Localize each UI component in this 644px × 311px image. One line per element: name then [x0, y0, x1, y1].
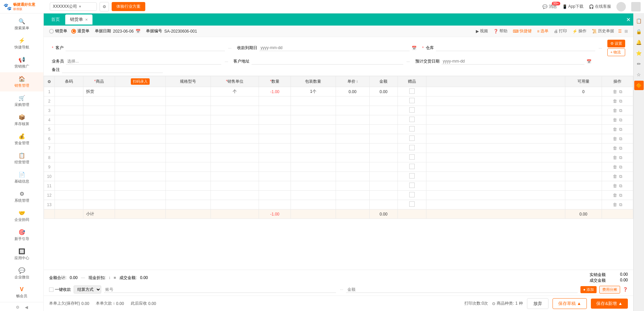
- row-amount-1[interactable]: 0.00: [369, 87, 398, 96]
- copy-icon-12[interactable]: ⧉: [619, 193, 622, 198]
- add-button[interactable]: ● 添加: [580, 286, 597, 293]
- help-btn[interactable]: ❓ 帮助: [492, 28, 509, 35]
- copy-icon-11[interactable]: ⧉: [619, 183, 622, 189]
- delete-icon-6[interactable]: 🗑: [613, 136, 617, 142]
- sidebar-collapse-icon[interactable]: ◀: [25, 305, 28, 310]
- delete-icon-13[interactable]: 🗑: [613, 202, 617, 207]
- logistics-button[interactable]: + 物流: [607, 48, 625, 56]
- sidebar-item-purchase[interactable]: 🛒 采购管理: [0, 91, 43, 111]
- gift-checkbox-10[interactable]: [409, 173, 415, 179]
- settings-icon[interactable]: ⚙: [100, 2, 109, 11]
- customer-input[interactable]: [66, 45, 225, 51]
- history-btn[interactable]: 📜 历史单据: [591, 28, 615, 35]
- right-panel-fav-icon[interactable]: ☆: [634, 70, 644, 79]
- delete-icon-1[interactable]: 🗑: [613, 89, 617, 94]
- salesperson-dots[interactable]: ···: [225, 59, 228, 64]
- payment-method-select[interactable]: 结算方式: [74, 285, 101, 294]
- tab-sales-order[interactable]: 销货单 ✕: [65, 14, 92, 25]
- copy-icon-1[interactable]: ⧉: [619, 89, 622, 94]
- right-panel-star-icon[interactable]: ⭐: [634, 48, 644, 58]
- account-input[interactable]: [104, 286, 336, 293]
- delete-icon-8[interactable]: 🗑: [613, 155, 617, 160]
- settings-button[interactable]: ⚙ 设置: [607, 40, 625, 47]
- row-quantity-1[interactable]: -1.00: [259, 87, 291, 96]
- warehouse-dots[interactable]: ···: [599, 46, 602, 50]
- company-selector[interactable]: XXXXXX公司 ▼: [50, 2, 97, 11]
- notification-area[interactable]: 💬 消息 99+: [542, 4, 557, 9]
- one-click-pay-checkbox[interactable]: [49, 287, 53, 292]
- copy-icon-13[interactable]: ⧉: [619, 202, 622, 207]
- choose-btn[interactable]: ≡ 选单: [536, 28, 550, 35]
- sidebar-item-quicknav[interactable]: ⚡ 快捷导航: [0, 34, 43, 53]
- radio-sale-order[interactable]: 销货单: [49, 28, 67, 34]
- expected-delivery-input[interactable]: [442, 58, 584, 65]
- right-panel-active-icon[interactable]: 🔶: [634, 81, 644, 90]
- scan-button[interactable]: 扫码录入: [131, 78, 150, 85]
- user-menu[interactable]: [631, 2, 641, 11]
- copy-icon-5[interactable]: ⧉: [619, 127, 622, 132]
- sidebar-item-system[interactable]: ⚙ 系统管理: [0, 187, 43, 206]
- sidebar-item-inventory[interactable]: 📦 库存核算: [0, 111, 43, 130]
- delete-icon-2[interactable]: 🗑: [613, 99, 617, 104]
- online-service[interactable]: 🎧 在线客服: [589, 4, 611, 9]
- address-dots[interactable]: ···: [407, 59, 410, 64]
- right-panel-notes-icon[interactable]: 📋: [634, 16, 644, 26]
- app-download[interactable]: 📱 App下载: [562, 4, 583, 9]
- avatar[interactable]: [616, 2, 626, 11]
- operation-btn[interactable]: ⚡ 操作: [571, 28, 588, 35]
- delete-icon-5[interactable]: 🗑: [613, 127, 617, 132]
- sidebar-item-marketing[interactable]: 📢 营销推广: [0, 53, 43, 72]
- notes-input[interactable]: [62, 67, 163, 73]
- gift-checkbox-1[interactable]: [409, 88, 415, 94]
- expense-info-icon[interactable]: ❓: [623, 287, 628, 292]
- copy-icon-3[interactable]: ⧉: [619, 108, 622, 113]
- customer-dots[interactable]: ···: [228, 46, 232, 50]
- row-spec-1[interactable]: [165, 87, 211, 96]
- gift-checkbox-4[interactable]: [409, 117, 415, 122]
- sidebar-item-finance[interactable]: 💰 资金管理: [0, 130, 43, 149]
- tab-home[interactable]: 首页: [46, 14, 65, 25]
- delete-icon-7[interactable]: 🗑: [613, 146, 617, 151]
- sidebar-item-collab[interactable]: 🤝 企业协同: [0, 206, 43, 226]
- sidebar-item-basics[interactable]: 📄 基础信息: [0, 168, 43, 187]
- sidebar-item-search[interactable]: 🔍 搜索菜单: [0, 15, 43, 34]
- gift-checkbox-13[interactable]: [409, 201, 415, 207]
- gift-checkbox-9[interactable]: [409, 164, 415, 169]
- video-btn[interactable]: ▶ 视频: [475, 28, 489, 35]
- view-toggle-grid[interactable]: ⊞: [624, 29, 628, 34]
- copy-icon-8[interactable]: ⧉: [619, 155, 622, 160]
- copy-icon-6[interactable]: ⧉: [619, 136, 622, 142]
- gift-checkbox-8[interactable]: [409, 154, 415, 160]
- delete-icon-3[interactable]: 🗑: [613, 108, 617, 113]
- gift-checkbox-12[interactable]: [409, 192, 415, 197]
- calendar-icon[interactable]: 📅: [136, 29, 141, 34]
- print-btn[interactable]: 🖨 打印: [553, 28, 568, 35]
- copy-icon-2[interactable]: ⧉: [619, 99, 622, 104]
- gift-checkbox-2[interactable]: [409, 98, 415, 103]
- save-draft-button[interactable]: 保存草稿 ▲: [553, 298, 587, 309]
- shortcut-btn[interactable]: ⌨ 快捷键: [512, 28, 533, 35]
- warehouse-input[interactable]: 建材仓: [436, 45, 595, 51]
- calendar-icon-delivery[interactable]: 📅: [586, 59, 592, 64]
- row-gift-1[interactable]: [398, 87, 426, 96]
- delete-icon-12[interactable]: 🗑: [613, 193, 617, 198]
- delete-icon-10[interactable]: 🗑: [613, 174, 617, 179]
- account-dots[interactable]: ···: [340, 287, 343, 292]
- right-panel-edit-icon[interactable]: ✏: [634, 59, 644, 69]
- tab-bar-close-icon[interactable]: ✕: [626, 16, 631, 23]
- row-pack-qty-1[interactable]: 1个: [291, 87, 336, 96]
- radio-return-order[interactable]: 退货单: [71, 28, 89, 34]
- gift-checkbox-6[interactable]: [409, 135, 415, 141]
- th-settings[interactable]: ⚙: [44, 76, 55, 87]
- delete-icon-11[interactable]: 🗑: [613, 183, 617, 189]
- copy-icon-4[interactable]: ⧉: [619, 117, 622, 123]
- trial-button[interactable]: 体验行业方案: [112, 2, 145, 11]
- salesperson-input[interactable]: [66, 58, 221, 65]
- sidebar-item-guide[interactable]: 🎯 新手引导: [0, 226, 43, 245]
- tab-close-icon[interactable]: ✕: [85, 18, 88, 22]
- sidebar-settings-icon[interactable]: ⚙: [16, 305, 20, 310]
- copy-icon-7[interactable]: ⧉: [619, 146, 622, 151]
- view-toggle-list[interactable]: ☰: [618, 29, 622, 34]
- delete-icon-9[interactable]: 🗑: [613, 164, 617, 170]
- copy-icon-9[interactable]: ⧉: [619, 164, 622, 170]
